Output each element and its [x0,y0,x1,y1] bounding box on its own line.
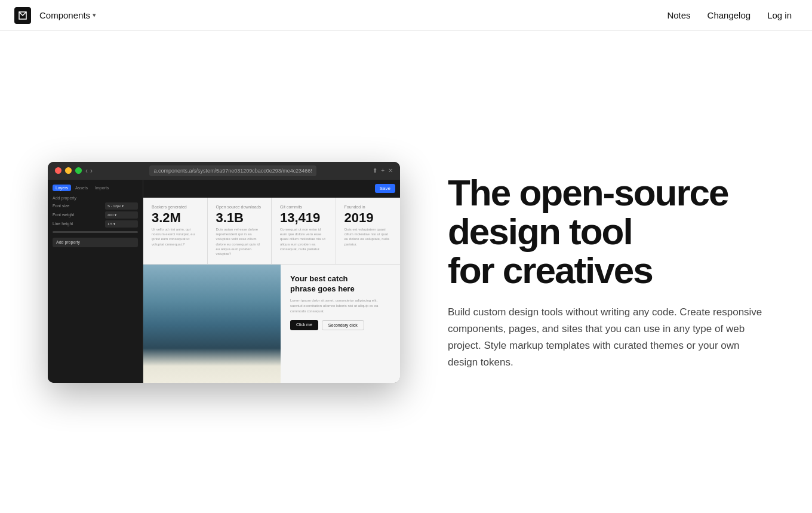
hero-heading-line1: The open-source [448,172,728,213]
cta-buttons: Click me Secondary click [290,320,390,330]
line-height-input[interactable]: 1.5 ▾ [105,220,138,228]
stat-desc-backers: Ut vello ud nisi anim, qui nostrum exerc… [152,227,199,247]
font-size-label: Font size [53,204,82,208]
stat-label-founded: Founded in [345,205,392,209]
app-sidebar: Layers Assets Imports Add property Font … [48,180,143,383]
components-menu-button[interactable]: Components ▾ [36,8,100,23]
browser-titlebar: ‹ › a.components.a/s/system/5a97ne031209… [48,162,400,180]
hero-heading: The open-source design tool for creative… [448,173,764,290]
sidebar-tab-assets: Assets [72,185,91,191]
stat-value-commits: 13,419 [280,211,327,225]
components-label: Components [39,10,90,20]
stat-cell-commits: Git commits 13,419 Consequat ut non enim… [272,198,336,264]
hero-heading-line3: for creatives [448,250,653,291]
forward-arrow-icon: › [90,167,93,175]
browser-nav-arrows: ‹ › [85,167,93,175]
cta-primary-button[interactable]: Click me [290,320,318,330]
browser-actions: ⬆ + ✕ [373,167,393,174]
stat-cell-backers: Backers generated 3.2M Ut vello ud nisi … [143,198,208,264]
url-bar: a.components.a/s/system/5a97ne031209cbac… [149,165,316,176]
nav-left: Components ▾ [14,7,100,24]
traffic-light-green [75,167,82,174]
sidebar-slider-row [53,231,138,233]
app-content: Layers Assets Imports Add property Font … [48,180,400,383]
font-weight-label: Font weight [53,213,82,217]
stat-label-backers: Backers generated [152,205,199,209]
sidebar-actions: Add property [53,238,138,247]
stat-cell-downloads: Open source downloads 3.1B Duis autan ve… [208,198,272,264]
hero-section: ‹ › a.components.a/s/system/5a97ne031209… [0,31,812,513]
stat-label-commits: Git commits [280,205,327,209]
sidebar-action-1[interactable]: Add property [53,238,138,247]
logo-icon[interactable] [14,7,31,24]
back-arrow-icon: ‹ [85,167,88,175]
hero-heading-line2: design tool [448,211,632,252]
hero-text: The open-source design tool for creative… [448,173,764,371]
sidebar-properties: Add property Font size S - 12px ▾ Font w… [53,196,138,228]
add-tab-icon: + [381,167,385,174]
sidebar-font-size-row: Font size S - 12px ▾ [53,202,138,210]
chevron-down-icon: ▾ [93,11,96,19]
stat-value-backers: 3.2M [152,211,199,225]
sidebar-tab-other: Imports [92,185,112,191]
stat-desc-founded: Quis est voluptatem quasi cillum molesti… [345,227,392,247]
url-text: a.components.a/s/system/5a97ne031209cbac… [154,168,312,174]
close-tab-icon: ✕ [388,167,393,174]
stat-value-downloads: 3.1B [216,211,263,225]
browser-window: ‹ › a.components.a/s/system/5a97ne031209… [48,162,400,383]
nav-right: Notes Changelog Log in [661,7,798,24]
stats-section: Backers generated 3.2M Ut vello ud nisi … [143,198,400,265]
stat-cell-founded: Founded in 2019 Quis est voluptatem quas… [336,198,401,264]
stat-value-founded: 2019 [345,211,392,225]
sidebar-add-property-label: Add property [53,196,138,200]
traffic-light-red [55,167,61,174]
app-main-area: Save Backers generated 3.2M Ut vello ud … [143,180,400,383]
sidebar-tabs: Layers Assets Imports [53,185,138,191]
line-height-label: Line height [53,222,82,226]
navbar: Components ▾ Notes Changelog Log in [0,0,812,31]
notes-link[interactable]: Notes [661,7,696,24]
sidebar-line-height-row: Line height 1.5 ▾ [53,220,138,228]
stat-label-downloads: Open source downloads [216,205,263,209]
share-icon: ⬆ [373,167,377,174]
changelog-link[interactable]: Changelog [702,7,757,24]
lorem-text: Lorem ipsum dolor sit amet, consectetur … [290,298,390,314]
hero-image-left [143,265,281,383]
sidebar-font-weight-row: Font weight 400 ▾ [53,211,138,219]
catchphrase-text: Your best catchphrase goes here [290,274,390,294]
cta-secondary-button[interactable]: Secondary click [322,320,364,330]
login-link[interactable]: Log in [761,7,798,24]
sidebar-slider[interactable] [53,231,138,233]
font-size-input[interactable]: S - 12px ▾ [105,202,138,210]
hero-image-section: Your best catchphrase goes here Lorem ip… [143,265,400,383]
sidebar-tab-layers: Layers [53,185,71,191]
url-bar-area: a.components.a/s/system/5a97ne031209cbac… [103,165,362,176]
app-topbar: Save [143,180,400,198]
jeans-image-mock [143,265,281,383]
hero-subtext: Build custom design tools without writin… [448,304,764,371]
stat-desc-downloads: Duis autan vel esse dolore reprehenderit… [216,227,263,257]
hero-image-right: Your best catchphrase goes here Lorem ip… [281,265,400,383]
hero-screenshot: ‹ › a.components.a/s/system/5a97ne031209… [48,162,400,383]
stat-desc-commits: Consequat ut non enim id eum que dolore … [280,227,327,252]
save-button-mock: Save [375,184,395,193]
traffic-light-yellow [65,167,72,174]
font-weight-input[interactable]: 400 ▾ [105,211,138,219]
